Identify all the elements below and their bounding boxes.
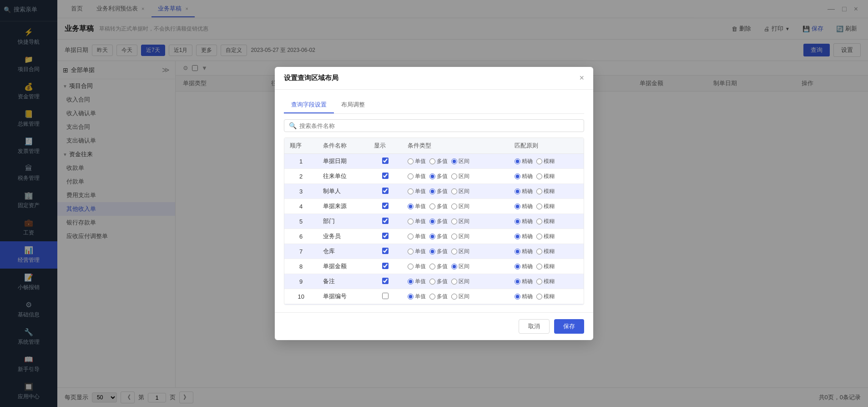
cell-type: 单值多值区间 <box>402 169 509 184</box>
display-checkbox[interactable] <box>382 263 389 269</box>
match-radio-精确[interactable]: 精确 <box>515 188 533 195</box>
match-radio-精确[interactable]: 精确 <box>515 293 533 300</box>
match-radio-精确[interactable]: 精确 <box>515 233 533 240</box>
match-radio-精确[interactable]: 精确 <box>515 278 533 285</box>
modal-close-button[interactable]: × <box>579 73 584 83</box>
match-radio-模糊[interactable]: 模糊 <box>536 158 555 165</box>
type-radio-单值[interactable]: 单值 <box>408 233 426 240</box>
match-radio-模糊[interactable]: 模糊 <box>536 278 555 285</box>
cell-order: 5 <box>284 214 318 229</box>
type-radio-多值[interactable]: 多值 <box>429 263 448 270</box>
cell-type: 单值多值区间 <box>402 199 509 214</box>
display-checkbox[interactable] <box>382 278 389 284</box>
type-radio-单值[interactable]: 单值 <box>408 158 426 165</box>
display-checkbox[interactable] <box>382 248 389 254</box>
cell-display <box>368 184 402 199</box>
cell-type: 单值多值区间 <box>402 184 509 199</box>
cell-name: 单据来源 <box>318 199 368 214</box>
match-radio-模糊[interactable]: 模糊 <box>536 233 555 240</box>
cancel-button[interactable]: 取消 <box>519 319 550 334</box>
type-radio-单值[interactable]: 单值 <box>408 248 426 255</box>
type-radio-多值[interactable]: 多值 <box>429 293 448 300</box>
match-radio-模糊[interactable]: 模糊 <box>536 188 555 195</box>
match-radio-精确[interactable]: 精确 <box>515 248 533 255</box>
modal-tab-field-settings[interactable]: 查询字段设置 <box>284 97 334 113</box>
cell-name: 制单时间 <box>318 304 368 305</box>
type-radio-多值[interactable]: 多值 <box>429 158 448 165</box>
match-radio-精确[interactable]: 精确 <box>515 203 533 210</box>
type-radio-单值[interactable]: 单值 <box>408 278 426 285</box>
type-radio-区间[interactable]: 区间 <box>451 278 469 285</box>
match-radio-精确[interactable]: 精确 <box>515 158 533 165</box>
match-radio-模糊[interactable]: 模糊 <box>536 248 555 255</box>
display-checkbox[interactable] <box>382 158 389 164</box>
cell-order: 6 <box>284 229 318 244</box>
cell-match: 精确模糊 <box>509 304 584 305</box>
cell-name: 备注 <box>318 274 368 289</box>
type-radio-单值[interactable]: 单值 <box>408 173 426 180</box>
cell-display <box>368 229 402 244</box>
match-radio-精确[interactable]: 精确 <box>515 173 533 180</box>
type-radio-多值[interactable]: 多值 <box>429 173 448 180</box>
cell-type: 单值多值区间 <box>402 259 509 274</box>
cell-display <box>368 304 402 305</box>
type-radio-区间[interactable]: 区间 <box>451 263 469 270</box>
match-radio-模糊[interactable]: 模糊 <box>536 263 555 270</box>
modal-overlay[interactable]: 设置查询区域布局 × 查询字段设置 布局调整 🔍 <box>0 0 868 407</box>
match-radio-精确[interactable]: 精确 <box>515 263 533 270</box>
type-radio-多值[interactable]: 多值 <box>429 188 448 195</box>
display-checkbox[interactable] <box>382 173 389 179</box>
modal-search-bar: 🔍 <box>284 119 584 132</box>
type-radio-单值[interactable]: 单值 <box>408 218 426 225</box>
save-modal-button[interactable]: 保存 <box>554 319 584 334</box>
display-checkbox[interactable] <box>382 188 389 194</box>
display-checkbox[interactable] <box>382 293 389 299</box>
cell-type: 单值多值区间 <box>402 274 509 289</box>
cell-match: 精确模糊 <box>509 259 584 274</box>
type-radio-多值[interactable]: 多值 <box>429 218 448 225</box>
type-radio-区间[interactable]: 区间 <box>451 248 469 255</box>
cell-display <box>368 259 402 274</box>
modal-tab-layout-adjust[interactable]: 布局调整 <box>334 97 372 113</box>
display-checkbox[interactable] <box>382 233 389 239</box>
match-radio-模糊[interactable]: 模糊 <box>536 293 555 300</box>
cell-order: 4 <box>284 199 318 214</box>
type-radio-多值[interactable]: 多值 <box>429 233 448 240</box>
th-match: 匹配原则 <box>509 138 584 154</box>
type-radio-区间[interactable]: 区间 <box>451 218 469 225</box>
modal-search-icon: 🔍 <box>289 122 297 129</box>
match-radio-精确[interactable]: 精确 <box>515 218 533 225</box>
type-radio-单值[interactable]: 单值 <box>408 203 426 210</box>
type-radio-单值[interactable]: 单值 <box>408 263 426 270</box>
table-row: 2往来单位单值多值区间精确模糊 <box>284 169 584 184</box>
type-radio-多值[interactable]: 多值 <box>429 203 448 210</box>
display-checkbox[interactable] <box>382 203 389 209</box>
type-radio-区间[interactable]: 区间 <box>451 188 469 195</box>
cell-name: 单据日期 <box>318 154 368 169</box>
type-radio-多值[interactable]: 多值 <box>429 248 448 255</box>
display-checkbox[interactable] <box>382 218 389 224</box>
match-radio-模糊[interactable]: 模糊 <box>536 203 555 210</box>
type-radio-多值[interactable]: 多值 <box>429 278 448 285</box>
table-row: 6业务员单值多值区间精确模糊 <box>284 229 584 244</box>
th-name: 条件名称 <box>318 138 368 154</box>
type-radio-单值[interactable]: 单值 <box>408 188 426 195</box>
type-radio-区间[interactable]: 区间 <box>451 293 469 300</box>
type-radio-单值[interactable]: 单值 <box>408 293 426 300</box>
modal-table: 顺序 条件名称 显示 条件类型 匹配原则 1单据日期单值多值区间精确模糊2往来单… <box>284 137 584 305</box>
type-radio-区间[interactable]: 区间 <box>451 233 469 240</box>
modal-search-input[interactable] <box>299 122 579 129</box>
cell-order: 3 <box>284 184 318 199</box>
type-radio-区间[interactable]: 区间 <box>451 158 469 165</box>
type-radio-区间[interactable]: 区间 <box>451 173 469 180</box>
type-radio-区间[interactable]: 区间 <box>451 203 469 210</box>
cell-order: 8 <box>284 259 318 274</box>
modal: 设置查询区域布局 × 查询字段设置 布局调整 🔍 <box>275 67 593 340</box>
cell-type: 单值多值区间 <box>402 289 509 304</box>
modal-tab-layout-adjust-label: 布局调整 <box>341 101 365 108</box>
match-radio-模糊[interactable]: 模糊 <box>536 173 555 180</box>
match-radio-模糊[interactable]: 模糊 <box>536 218 555 225</box>
table-row: 1单据日期单值多值区间精确模糊 <box>284 154 584 169</box>
cell-type: 单值多值区间 <box>402 244 509 259</box>
cell-match: 精确模糊 <box>509 274 584 289</box>
